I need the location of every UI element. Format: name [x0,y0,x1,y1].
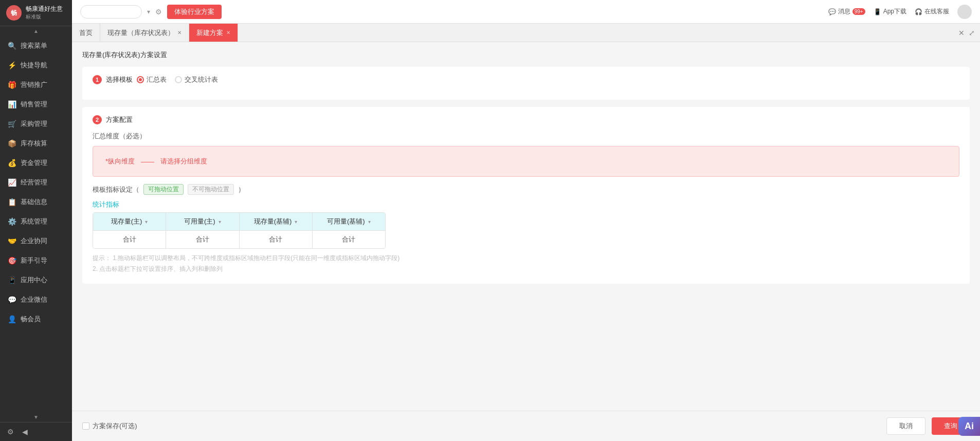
step2-section: 2 方案配置 汇总维度（必选） *纵向维度 —— 请选择分组维度 模板指标设定（… [82,107,970,284]
message-icon: 💬 [828,8,836,15]
tab-home[interactable]: 首页 [72,24,100,42]
sidebar-item-system[interactable]: ⚙️ 系统管理 [0,212,72,231]
radio-summary-circle [137,76,144,83]
sidebar-item-finance[interactable]: 💰 资金管理 [0,153,72,173]
step1-section: 1 选择模板 汇总表 交叉统计表 [82,67,970,100]
inventory-icon: 📦 [7,139,16,148]
sidebar-bottom: ⚙ ◀ [0,422,72,441]
tab-close-all-icon[interactable]: ✕ [958,29,965,37]
member-icon: 👤 [7,315,16,323]
template-radio-group: 汇总表 交叉统计表 [137,75,218,84]
sidebar: 畅 畅康通好生意 标准版 ▲ 🔍 搜索菜单 ⚡ 快捷导航 🎁 营销推广 📊 销售… [0,0,72,441]
sidebar-item-wechat[interactable]: 💬 企业微信 [0,290,72,309]
page-title: 现存量(库存状况表)方案设置 [82,50,970,60]
message-button[interactable]: 💬 消息 99+ [828,7,865,16]
topbar-search-input[interactable] [80,5,142,19]
sidebar-item-search[interactable]: 🔍 搜索菜单 [0,36,72,56]
tabbar: 首页 现存量（库存状况表） ✕ 新建方案 ✕ ✕ ⤢ [72,24,980,42]
step1-header: 1 选择模板 汇总表 交叉统计表 [93,75,959,84]
sidebar-item-app-center[interactable]: 📱 应用中心 [0,270,72,290]
tab-inventory-status[interactable]: 现存量（库存状况表） ✕ [100,24,189,42]
collapse-icon[interactable]: ◀ [22,428,28,436]
search-icon: 🔍 [7,42,16,50]
no-drag-badge: 不可拖动位置 [188,184,234,195]
dimension-section-label: 汇总维度（必选） [93,132,959,141]
enterprise-icon: 🤝 [7,237,16,245]
stats-table: 现存量(主) ▾ 可用量(主) ▾ 现存量(基辅) ▾ 可用量(基辅) ▾ [93,212,386,249]
sidebar-item-operation[interactable]: 📈 经营管理 [0,173,72,192]
header-dropdown-3[interactable]: ▾ [368,219,371,225]
online-service-button[interactable]: 🎧 在线客服 [915,7,949,16]
header-dropdown-0[interactable]: ▾ [145,219,148,225]
tab-expand-icon[interactable]: ⤢ [969,29,975,37]
dimension-box[interactable]: *纵向维度 —— 请选择分组维度 [93,146,959,177]
sidebar-item-inventory[interactable]: 📦 库存核算 [0,134,72,153]
sidebar-nav: 🔍 搜索菜单 ⚡ 快捷导航 🎁 营销推广 📊 销售管理 🛒 采购管理 📦 库存核… [0,36,72,412]
marketing-icon: 🎁 [7,81,16,89]
sidebar-scroll-up[interactable]: ▲ [0,26,72,36]
app-logo-icon: 畅 [6,5,22,21]
app-download-button[interactable]: 📱 App下载 [874,7,906,16]
system-icon: ⚙️ [7,217,16,226]
step2-badge: 2 [93,115,102,124]
dimension-placeholder: 请选择分组维度 [160,157,207,166]
stats-section-label: 统计指标 [93,200,959,209]
save-checkbox-box[interactable] [82,422,89,430]
sales-icon: 📊 [7,100,16,108]
drag-badge: 可拖动位置 [143,184,184,195]
radio-summary[interactable]: 汇总表 [137,75,167,84]
stats-table-header: 现存量(主) ▾ 可用量(主) ▾ 现存量(基辅) ▾ 可用量(基辅) ▾ [93,213,385,230]
header-dropdown-2[interactable]: ▾ [295,219,297,225]
sidebar-item-sales[interactable]: 📊 销售管理 [0,95,72,114]
radio-cross-circle [175,76,182,83]
quick-nav-icon: ⚡ [7,61,16,69]
tab-close-new-plan[interactable]: ✕ [226,30,230,35]
sidebar-item-member[interactable]: 👤 畅会员 [0,309,72,329]
radio-cross[interactable]: 交叉统计表 [175,75,218,84]
stats-cell-0: 合计 [93,231,166,248]
save-checkbox[interactable]: 方案保存(可选) [82,421,137,431]
step1-title: 选择模板 [106,75,133,84]
stats-header-cell-3[interactable]: 可用量(基辅) ▾ [313,213,385,230]
sidebar-item-basic-info[interactable]: 📋 基础信息 [0,192,72,212]
indicator-settings-label: 模板指标设定（ 可拖动位置 不可拖动位置 ） [93,184,959,195]
tip-1: 提示： 1.拖动标题栏可以调整布局，不可跨维度或指标区域拖动栏目字段(只能在同一… [93,254,959,263]
stats-header-cell-1[interactable]: 可用量(主) ▾ [166,213,239,230]
topbar-gear-icon[interactable]: ⚙ [155,8,162,16]
app-logo-text: 畅康通好生意 标准版 [26,5,63,21]
sidebar-item-new-user[interactable]: 🎯 新手引导 [0,251,72,270]
stats-header-cell-0[interactable]: 现存量(主) ▾ [93,213,166,230]
new-user-icon: 🎯 [7,256,16,265]
sidebar-item-quick-nav[interactable]: ⚡ 快捷导航 [0,56,72,75]
step2-header: 2 方案配置 [93,115,959,124]
settings-icon[interactable]: ⚙ [7,428,14,436]
sidebar-item-enterprise[interactable]: 🤝 企业协同 [0,231,72,251]
tab-close-inventory[interactable]: ✕ [177,30,182,35]
topbar-right: 💬 消息 99+ 📱 App下载 🎧 在线客服 [828,5,972,19]
ai-badge[interactable]: Ai [958,417,980,436]
tip-2: 2. 点击标题栏下拉可设置排序、插入列和删除列 [93,265,959,273]
header-dropdown-1[interactable]: ▾ [219,219,221,225]
cancel-button[interactable]: 取消 [886,417,925,435]
sidebar-logo: 畅 畅康通好生意 标准版 [0,0,72,26]
trial-button[interactable]: 体验行业方案 [167,5,222,19]
indicator-settings: 模板指标设定（ 可拖动位置 不可拖动位置 ） [93,184,959,195]
user-avatar[interactable] [957,5,972,19]
app-center-icon: 📱 [7,276,16,284]
tabbar-controls: ✕ ⤢ [953,29,980,37]
sidebar-item-purchase[interactable]: 🛒 采购管理 [0,114,72,134]
stats-cell-1: 合计 [166,231,239,248]
sidebar-item-marketing[interactable]: 🎁 营销推广 [0,75,72,95]
stats-header-cell-2[interactable]: 现存量(基辅) ▾ [240,213,313,230]
main-area: ▾ ⚙ 体验行业方案 💬 消息 99+ 📱 App下载 🎧 在线客服 首页 [72,0,980,441]
tab-new-plan[interactable]: 新建方案 ✕ [189,24,238,42]
content-area: 现存量(库存状况表)方案设置 1 选择模板 汇总表 交叉统计表 [72,42,980,411]
topbar-dropdown-icon[interactable]: ▾ [147,8,150,15]
stats-cell-2: 合计 [240,231,313,248]
tips-box: 提示： 1.拖动标题栏可以调整布局，不可跨维度或指标区域拖动栏目字段(只能在同一… [93,254,959,273]
sidebar-scroll-down[interactable]: ▼ [0,412,72,422]
phone-icon: 📱 [874,8,881,15]
footer: 方案保存(可选) 取消 查询 [72,411,980,441]
wechat-icon: 💬 [7,296,16,304]
finance-icon: 💰 [7,159,16,167]
